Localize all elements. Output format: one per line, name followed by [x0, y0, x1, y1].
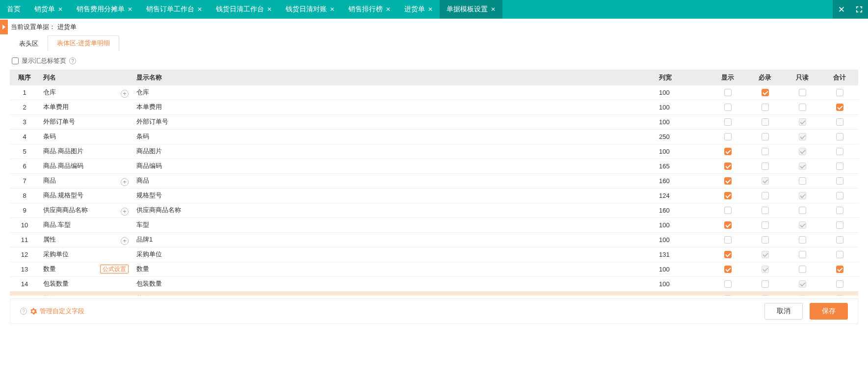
checkbox[interactable] [836, 251, 843, 258]
checkbox[interactable] [799, 207, 806, 214]
checkbox[interactable] [724, 236, 732, 244]
checkbox[interactable] [724, 118, 732, 126]
cell-display[interactable]: 单位2 [132, 291, 655, 296]
cell-display[interactable]: 商品 [132, 173, 655, 188]
top-tab[interactable]: 钱货日清对账✕ [279, 0, 342, 19]
checkbox[interactable] [724, 177, 732, 185]
checkbox[interactable] [836, 118, 843, 126]
checkbox[interactable] [724, 266, 732, 273]
cell-width[interactable]: 165 [655, 159, 709, 173]
plus-icon[interactable]: + [121, 237, 129, 245]
plus-icon[interactable]: + [121, 208, 129, 216]
checkbox[interactable] [799, 251, 806, 258]
cell-display[interactable]: 商品图片 [132, 144, 655, 159]
manage-custom-fields-link[interactable]: 管理自定义字段 [40, 307, 84, 316]
cell-width[interactable]: 100 [655, 291, 709, 296]
checkbox[interactable] [836, 221, 843, 229]
close-icon[interactable]: ✕ [267, 6, 272, 13]
checkbox[interactable] [762, 236, 769, 244]
cell-display[interactable]: 仓库 [132, 85, 655, 100]
cell-width[interactable]: 100 [655, 100, 709, 114]
checkbox[interactable] [836, 236, 843, 244]
checkbox[interactable] [799, 236, 806, 244]
cell-display[interactable]: 外部订单号 [132, 114, 655, 129]
table-row[interactable]: 7商品+商品160 [10, 173, 858, 188]
cell-width[interactable]: 100 [655, 232, 709, 247]
checkbox[interactable] [799, 266, 806, 273]
checkbox[interactable] [762, 295, 769, 296]
cancel-button[interactable]: 取消 [764, 303, 803, 320]
checkbox[interactable] [724, 89, 732, 96]
top-tab[interactable]: 单据模板设置✕ [440, 0, 502, 19]
checkbox[interactable] [762, 207, 769, 214]
cell-display[interactable]: 车型 [132, 217, 655, 232]
save-button[interactable]: 保存 [810, 303, 848, 320]
checkbox[interactable] [724, 162, 732, 170]
cell-width[interactable]: 124 [655, 188, 709, 203]
help-icon[interactable]: ? [20, 308, 27, 315]
top-tab[interactable]: 销售排行榜✕ [342, 0, 397, 19]
table-row[interactable]: 2本单费用本单费用100 [10, 100, 858, 114]
checkbox[interactable] [762, 118, 769, 126]
checkbox[interactable] [799, 177, 806, 185]
formula-tag[interactable]: 公式设置 [100, 265, 129, 273]
cell-display[interactable]: 品牌1 [132, 232, 655, 247]
checkbox[interactable] [762, 104, 769, 111]
cell-width[interactable]: 100 [655, 262, 709, 276]
table-row[interactable]: 15单位2单位2100 [10, 291, 858, 296]
table-row[interactable]: 3外部订单号外部订单号100 [10, 114, 858, 129]
checkbox[interactable] [799, 104, 806, 111]
checkbox[interactable] [724, 104, 732, 111]
table-row[interactable]: 1仓库+仓库100 [10, 85, 858, 100]
top-tab[interactable]: 销货单✕ [27, 0, 70, 19]
inner-tab[interactable]: 表体区-进货单明细 [48, 35, 119, 51]
help-icon[interactable]: ? [69, 57, 76, 64]
checkbox[interactable] [836, 280, 843, 288]
top-tab[interactable]: 首页 [0, 0, 27, 19]
close-icon[interactable]: ✕ [386, 6, 391, 13]
checkbox[interactable] [762, 192, 769, 199]
table-row[interactable]: 6商品.商品编码商品编码165 [10, 159, 858, 173]
cell-display[interactable]: 供应商商品名称 [132, 203, 655, 217]
close-icon[interactable]: ✕ [428, 6, 433, 13]
fullscreen-icon[interactable] [850, 0, 868, 19]
expand-handle[interactable] [0, 20, 8, 34]
table-row[interactable]: 13数量公式设置数量100 [10, 262, 858, 276]
cell-width[interactable]: 100 [655, 114, 709, 129]
plus-icon[interactable]: + [121, 178, 129, 186]
checkbox[interactable] [724, 280, 732, 288]
table-row[interactable]: 14包装数量包装数量100 [10, 276, 858, 291]
cell-width[interactable]: 160 [655, 203, 709, 217]
checkbox[interactable] [724, 221, 732, 229]
close-all-icon[interactable] [833, 0, 850, 19]
table-row[interactable]: 8商品.规格型号规格型号124 [10, 188, 858, 203]
cell-width[interactable]: 160 [655, 173, 709, 188]
top-tab[interactable]: 销售订单工作台✕ [139, 0, 209, 19]
cell-width[interactable]: 100 [655, 217, 709, 232]
cell-display[interactable]: 采购单位 [132, 247, 655, 262]
checkbox[interactable] [836, 177, 843, 185]
close-icon[interactable]: ✕ [330, 6, 335, 13]
checkbox[interactable] [836, 104, 843, 111]
plus-icon[interactable]: + [121, 90, 129, 98]
table-row[interactable]: 12采购单位采购单位131 [10, 247, 858, 262]
checkbox[interactable] [836, 295, 843, 296]
cell-display[interactable]: 数量 [132, 262, 655, 276]
checkbox[interactable] [799, 89, 806, 96]
table-row[interactable]: 9供应商商品名称+供应商商品名称160 [10, 203, 858, 217]
cell-display[interactable]: 商品编码 [132, 159, 655, 173]
table-row[interactable]: 11属性+品牌1100 [10, 232, 858, 247]
checkbox[interactable] [836, 133, 843, 140]
checkbox[interactable] [762, 280, 769, 288]
cell-display[interactable]: 规格型号 [132, 188, 655, 203]
table-row[interactable]: 5商品.商品图片商品图片100 [10, 144, 858, 159]
checkbox[interactable] [724, 192, 732, 199]
close-icon[interactable]: ✕ [491, 6, 496, 13]
top-tab[interactable]: 销售费用分摊单✕ [70, 0, 139, 19]
top-tab[interactable]: 进货单✕ [397, 0, 440, 19]
checkbox[interactable] [724, 295, 732, 296]
checkbox[interactable] [836, 162, 843, 170]
summary-checkbox[interactable] [12, 57, 19, 64]
close-icon[interactable]: ✕ [58, 6, 63, 13]
checkbox[interactable] [836, 192, 843, 199]
